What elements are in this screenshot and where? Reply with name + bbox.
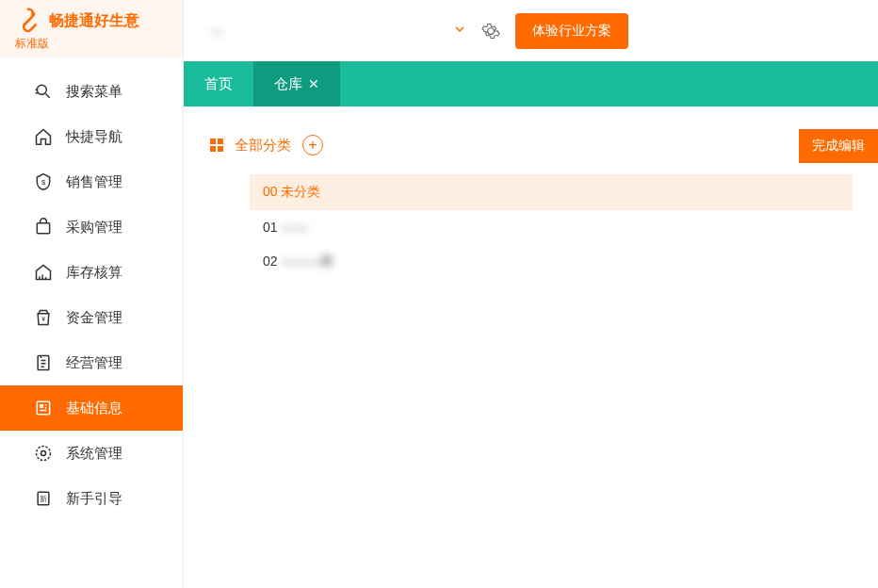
brand-version: 标准版 xyxy=(15,36,168,52)
cta-button[interactable]: 体验行业方案 xyxy=(515,13,628,49)
nav-item-purchase[interactable]: 采购管理 xyxy=(0,204,183,250)
tab-0[interactable]: 首页 xyxy=(184,61,253,106)
home-icon xyxy=(34,127,53,146)
nav-item-basic[interactable]: 基础信息 xyxy=(0,385,183,431)
category-header: 全部分类 + xyxy=(210,135,859,155)
content-area: 完成编辑 全部分类 + 00 未分类01 ——02 ———库 xyxy=(184,106,878,588)
category-code: 00 xyxy=(263,184,278,199)
grid-icon xyxy=(210,139,223,152)
category-item[interactable]: 02 ———库 xyxy=(250,244,853,280)
category-code: 01 xyxy=(263,220,278,235)
tab-label: 首页 xyxy=(204,75,233,93)
purchase-icon xyxy=(34,218,53,237)
sales-icon: $ xyxy=(34,172,53,191)
svg-text:新: 新 xyxy=(40,495,47,503)
nav-item-search[interactable]: 搜索菜单 xyxy=(0,69,183,114)
main: — 体验行业方案 首页仓库✕ 完成编辑 全部分类 + 00 未分类01 ——02… xyxy=(184,0,878,588)
nav-item-label: 采购管理 xyxy=(66,219,122,237)
category-header-label: 全部分类 xyxy=(235,137,291,155)
svg-rect-3 xyxy=(37,223,49,234)
funds-icon: ¥ xyxy=(34,308,53,327)
system-icon xyxy=(34,444,53,463)
guide-icon: 新 xyxy=(34,489,53,508)
tab-1[interactable]: 仓库✕ xyxy=(253,61,340,106)
nav-item-guide[interactable]: 新新手引导 xyxy=(0,476,183,521)
topbar: — 体验行业方案 xyxy=(184,0,878,61)
brand-area: 畅捷通好生意 标准版 xyxy=(0,0,183,57)
svg-text:¥: ¥ xyxy=(41,316,45,322)
nav-item-inventory[interactable]: 库存核算 xyxy=(0,250,183,295)
svg-point-7 xyxy=(37,447,51,461)
category-code: 02 xyxy=(263,253,278,269)
basic-icon xyxy=(34,399,53,417)
company-selector[interactable]: — xyxy=(203,20,231,42)
tabbar: 首页仓库✕ xyxy=(184,61,878,106)
tab-label: 仓库 xyxy=(274,75,302,93)
company-name: — xyxy=(210,24,223,39)
nav-item-system[interactable]: 系统管理 xyxy=(0,431,183,476)
nav-item-label: 新手引导 xyxy=(66,490,122,508)
nav-item-label: 系统管理 xyxy=(66,445,122,463)
nav-item-label: 搜索菜单 xyxy=(66,83,122,101)
brand-logo-icon xyxy=(15,8,41,34)
svg-rect-5 xyxy=(38,356,49,370)
nav-item-label: 经营管理 xyxy=(66,354,122,372)
nav-item-label: 快捷导航 xyxy=(66,128,122,146)
finish-edit-button[interactable]: 完成编辑 xyxy=(799,129,878,163)
nav-item-home[interactable]: 快捷导航 xyxy=(0,114,183,159)
nav-item-label: 资金管理 xyxy=(66,309,122,327)
chevron-down-icon[interactable] xyxy=(453,23,466,40)
nav-item-funds[interactable]: ¥资金管理 xyxy=(0,295,183,340)
inventory-icon xyxy=(34,263,53,282)
category-name: —— xyxy=(281,220,307,235)
svg-point-1 xyxy=(37,85,46,94)
svg-point-0 xyxy=(31,12,35,16)
category-name: ———库 xyxy=(281,253,333,269)
nav-item-label: 基础信息 xyxy=(66,400,122,417)
nav-item-label: 销售管理 xyxy=(66,173,122,191)
category-list: 00 未分类01 ——02 ———库 xyxy=(250,174,853,280)
manage-icon xyxy=(34,353,53,372)
nav-list: 搜索菜单快捷导航$销售管理采购管理库存核算¥资金管理经营管理基础信息系统管理新新… xyxy=(0,57,183,588)
brand-name: 畅捷通好生意 xyxy=(49,11,139,31)
svg-rect-12 xyxy=(218,139,223,144)
category-item[interactable]: 01 —— xyxy=(250,210,853,244)
svg-point-8 xyxy=(41,451,46,456)
svg-rect-14 xyxy=(218,146,223,152)
svg-rect-6 xyxy=(37,401,49,414)
gear-icon[interactable] xyxy=(481,22,500,41)
category-item[interactable]: 00 未分类 xyxy=(250,174,853,210)
svg-rect-13 xyxy=(210,146,216,152)
nav-item-label: 库存核算 xyxy=(66,264,122,282)
svg-text:$: $ xyxy=(41,178,46,187)
close-icon[interactable]: ✕ xyxy=(308,76,319,91)
svg-rect-11 xyxy=(210,139,216,144)
nav-item-sales[interactable]: $销售管理 xyxy=(0,159,183,204)
search-icon xyxy=(34,82,53,101)
add-category-button[interactable]: + xyxy=(302,135,323,155)
category-name: 未分类 xyxy=(281,184,320,199)
nav-item-manage[interactable]: 经营管理 xyxy=(0,340,183,385)
sidebar: 畅捷通好生意 标准版 搜索菜单快捷导航$销售管理采购管理库存核算¥资金管理经营管… xyxy=(0,0,184,588)
